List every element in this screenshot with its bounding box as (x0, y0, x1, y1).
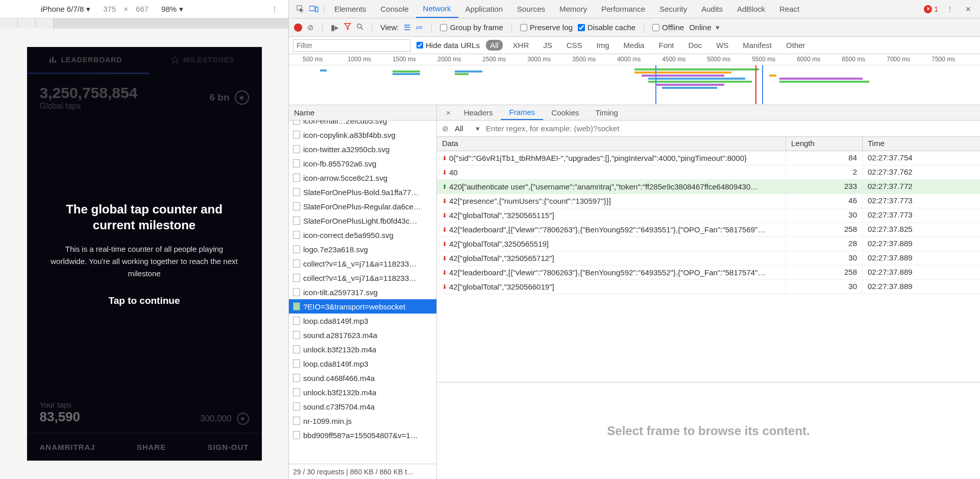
filter-input[interactable] (293, 39, 410, 52)
signout-link[interactable]: SIGN-OUT (207, 443, 249, 451)
offline-checkbox[interactable]: Offline (652, 23, 684, 32)
username-link[interactable]: ANAMRITRAJ (40, 443, 95, 451)
request-row[interactable]: icon-tilt.a2597317.svg (289, 285, 436, 299)
request-row[interactable]: unlock.b3f2132b.m4a (289, 385, 436, 399)
request-row[interactable]: icon-fb.855792a6.svg (289, 156, 436, 171)
frames-regex-input[interactable] (486, 124, 975, 133)
col-time[interactable]: Time (863, 137, 980, 151)
devtools-tab-adblock[interactable]: AdBlock (730, 0, 772, 18)
devtools-tab-performance[interactable]: Performance (594, 0, 652, 18)
frame-row[interactable]: ⬇42["presence",{"numUsers":{"count":"130… (437, 194, 980, 208)
throttle-selector[interactable]: Online▾ (689, 23, 719, 32)
request-row[interactable]: icon-email…2efcdb5.svg (289, 121, 436, 128)
devtools-tab-memory[interactable]: Memory (552, 0, 594, 18)
request-row[interactable]: icon-twitter.a32950cb.svg (289, 142, 436, 156)
clear-icon[interactable]: ⊘ (442, 124, 449, 133)
filter-pill-ws[interactable]: WS (712, 40, 732, 51)
detail-tab-timing[interactable]: Timing (587, 105, 626, 120)
checkbox[interactable] (440, 24, 447, 31)
error-badge[interactable]: ✕1 (924, 5, 938, 13)
devtools-tab-application[interactable]: Application (458, 0, 510, 18)
camera-icon[interactable]: ▮▸ (331, 23, 339, 32)
frame-row[interactable]: ⬇40202:27:37.762 (437, 165, 980, 180)
request-row[interactable]: bbd909ff58?a=155054807&v=1… (289, 428, 436, 442)
record-button[interactable] (294, 23, 302, 32)
frame-row[interactable]: ⬆420["authenticate user",{"username":"an… (437, 180, 980, 194)
devtools-tab-elements[interactable]: Elements (327, 0, 374, 18)
detail-tab-cookies[interactable]: Cookies (543, 105, 587, 120)
filter-pill-css[interactable]: CSS (562, 40, 586, 51)
tutorial-overlay[interactable]: The global tap counter and current miles… (27, 47, 262, 461)
request-row[interactable]: collect?v=1&_v=j71&a=118233… (289, 256, 436, 271)
frame-row[interactable]: ⬇0{"sid":"G6vR1jTb1_tbRhM9AEI-","upgrade… (437, 151, 980, 165)
devtools-tab-network[interactable]: Network (416, 0, 458, 18)
inspect-icon[interactable] (294, 5, 307, 13)
kebab-menu-icon[interactable]: ⋮ (271, 5, 278, 13)
request-row[interactable]: SlateForOnePlus-Regular.da6ce… (289, 199, 436, 213)
checkbox[interactable] (652, 24, 659, 31)
blank-tab[interactable] (18, 18, 36, 29)
checkbox[interactable] (416, 42, 423, 49)
request-row[interactable]: icon-arrow.5cce8c21.svg (289, 171, 436, 185)
device-dimensions[interactable]: 375 × 667 (103, 5, 149, 13)
request-row[interactable]: nr-1099.min.js (289, 414, 436, 428)
request-row[interactable]: collect?v=1&_v=j71&a=118233… (289, 271, 436, 285)
waterfall-icon[interactable]: ≔ (415, 23, 423, 32)
blank-tab[interactable] (36, 18, 54, 29)
col-length[interactable]: Length (786, 137, 863, 151)
request-row[interactable]: unlock.b3f2132b.m4a (289, 342, 436, 356)
disable-cache-checkbox[interactable]: Disable cache (578, 23, 635, 32)
frame-row[interactable]: ⬇42["leaderboard",[{"vlewir":"7806263"},… (437, 223, 980, 237)
close-icon[interactable]: × (441, 108, 456, 117)
hide-data-urls-checkbox[interactable]: Hide data URLs (416, 41, 480, 50)
devtools-tab-security[interactable]: Security (652, 0, 694, 18)
devtools-tab-console[interactable]: Console (374, 0, 416, 18)
clear-icon[interactable]: ⊘ (307, 23, 314, 32)
devtools-tab-sources[interactable]: Sources (510, 0, 552, 18)
request-row[interactable]: sound.c73f5704.m4a (289, 399, 436, 414)
filter-pill-font[interactable]: Font (654, 40, 678, 51)
device-toggle-icon[interactable] (307, 5, 321, 13)
request-row[interactable]: logo.7e23a618.svg (289, 242, 436, 256)
filter-pill-manifest[interactable]: Manifest (739, 40, 776, 51)
kebab-menu-icon[interactable]: ⋮ (943, 5, 957, 13)
request-row[interactable]: sound.a2817623.m4a (289, 328, 436, 342)
request-row[interactable]: SlateForOnePlusLight.fb0fd43c… (289, 213, 436, 228)
frame-row[interactable]: ⬇42["globalTotal","3250566019"]3002:27:3… (437, 280, 980, 294)
name-header[interactable]: Name (289, 105, 436, 121)
preserve-log-checkbox[interactable]: Preserve log (520, 23, 573, 32)
request-row[interactable]: icon-copylink.a83bf4bb.svg (289, 128, 436, 142)
request-row[interactable]: ?EIO=3&transport=websocket (289, 299, 436, 314)
filter-pill-doc[interactable]: Doc (684, 40, 706, 51)
col-data[interactable]: Data (437, 137, 786, 151)
request-row[interactable]: SlateForOnePlus-Bold.9a1ffa77… (289, 185, 436, 199)
filter-pill-media[interactable]: Media (620, 40, 649, 51)
frames-table[interactable]: Data Length Time ⬇0{"sid":"G6vR1jTb1_tbR… (437, 137, 980, 382)
devtools-tab-react[interactable]: React (772, 0, 806, 18)
filter-pill-xhr[interactable]: XHR (509, 40, 533, 51)
frame-row[interactable]: ⬇42["globalTotal",3250565519]2802:27:37.… (437, 237, 980, 251)
filter-pill-all[interactable]: All (486, 40, 503, 51)
detail-tab-frames[interactable]: Frames (501, 105, 543, 120)
large-rows-icon[interactable]: ☰ (404, 23, 410, 32)
blank-tab[interactable] (0, 18, 18, 29)
request-row[interactable]: icon-correct.de5a9950.svg (289, 228, 436, 242)
detail-tab-headers[interactable]: Headers (456, 105, 501, 120)
checkbox[interactable] (578, 24, 585, 31)
request-row[interactable]: sound.c468f466.m4a (289, 371, 436, 385)
filter-pill-js[interactable]: JS (539, 40, 556, 51)
zoom-selector[interactable]: 98% ▾ (161, 5, 183, 14)
filter-pill-img[interactable]: Img (593, 40, 614, 51)
frame-row[interactable]: ⬇42["globalTotal","3250565115"]3002:27:3… (437, 208, 980, 223)
frame-row[interactable]: ⬇42["leaderboard",[{"vlewir":"7806263"},… (437, 266, 980, 280)
app-screen[interactable]: LEADERBOARD MILESTONES 3,250,758,854 Glo… (27, 47, 262, 461)
network-timeline[interactable]: 500 ms1000 ms1500 ms2000 ms2500 ms3000 m… (289, 54, 980, 105)
close-icon[interactable]: ✕ (962, 5, 975, 13)
frame-row[interactable]: ⬇42["globalTotal","3250565712"]3002:27:3… (437, 251, 980, 266)
frames-filter-all[interactable]: All ▾ (455, 124, 480, 133)
request-row[interactable]: loop.cda8149f.mp3 (289, 314, 436, 328)
filter-icon[interactable] (344, 23, 351, 32)
checkbox[interactable] (520, 24, 527, 31)
requests-list[interactable]: icon-email…2efcdb5.svgicon-copylink.a83b… (289, 121, 436, 464)
share-link[interactable]: SHARE (137, 443, 166, 451)
